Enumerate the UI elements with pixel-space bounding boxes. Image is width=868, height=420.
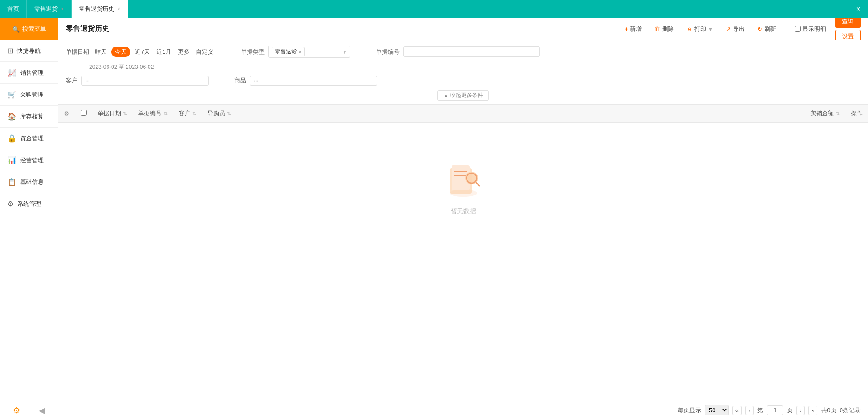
add-button[interactable]: + 新增 bbox=[621, 23, 646, 35]
date-filter-label: 单据日期 bbox=[66, 48, 89, 56]
delete-button[interactable]: 🗑 删除 bbox=[651, 23, 678, 35]
date-last7[interactable]: 近7天 bbox=[133, 47, 152, 57]
sidebar-search[interactable]: 🔍 搜索菜单 bbox=[0, 18, 58, 40]
collapse-button[interactable]: ▲ 收起更多条件 bbox=[437, 90, 489, 101]
type-filter-tag: 零售退货 × bbox=[272, 47, 304, 56]
column-guide: 导购员 ⇅ bbox=[202, 105, 236, 123]
sidebar-item-operations[interactable]: 📊 经营管理 bbox=[0, 149, 58, 171]
tab-retail-return-history-label: 零售退货历史 bbox=[79, 5, 114, 13]
page-size-select[interactable]: 50 100 200 bbox=[705, 405, 729, 415]
select-all-checkbox[interactable] bbox=[81, 110, 87, 116]
settings-bottom-icon[interactable]: ⚙ bbox=[13, 405, 20, 415]
column-date: 单据日期 ⇅ bbox=[92, 105, 133, 123]
filter-row-1: 单据日期 昨天 今天 近7天 近1月 更多 自定义 单据类型 bbox=[66, 46, 861, 58]
print-label: 打印 bbox=[694, 25, 706, 33]
sidebar-item-base-info-label: 基础信息 bbox=[20, 178, 44, 186]
operations-icon: 📊 bbox=[7, 156, 16, 164]
header-actions: + 新增 🗑 删除 🖨 打印 ▼ ↗ 导出 ↻ 刷新 bbox=[621, 18, 861, 43]
inventory-icon: 🏠 bbox=[7, 112, 16, 121]
table-area: ⚙ 单据日期 ⇅ 单据编号 bbox=[58, 105, 868, 400]
number-filter-input[interactable] bbox=[403, 46, 540, 57]
number-filter-label: 单据编号 bbox=[376, 48, 400, 56]
filter-row-2: 客户 ··· 商品 ··· bbox=[66, 76, 861, 86]
print-button[interactable]: 🖨 打印 ▼ bbox=[683, 23, 717, 35]
sidebar-item-base-info[interactable]: 📋 基础信息 bbox=[0, 171, 58, 193]
tab-retail-return-history[interactable]: 零售退货历史 × bbox=[72, 0, 128, 18]
collapse-row: ▲ 收起更多条件 bbox=[66, 90, 861, 101]
amount-sort-arrows[interactable]: ⇅ bbox=[836, 111, 840, 116]
collapse-label: 收起更多条件 bbox=[450, 92, 483, 99]
column-settings: ⚙ bbox=[58, 105, 75, 123]
window-close-button[interactable]: × bbox=[848, 0, 868, 18]
sidebar-item-sales-label: 销售管理 bbox=[20, 69, 44, 77]
page-next-button[interactable]: › bbox=[796, 406, 805, 415]
date-yesterday[interactable]: 昨天 bbox=[93, 47, 108, 57]
column-settings-icon[interactable]: ⚙ bbox=[64, 110, 70, 117]
sidebar-item-system-mgmt[interactable]: ⚙ 系统管理 bbox=[0, 193, 58, 215]
page-prev-button[interactable]: ‹ bbox=[745, 406, 754, 415]
display-toggle[interactable]: 显示明细 bbox=[795, 25, 826, 33]
display-toggle-checkbox[interactable] bbox=[795, 26, 801, 32]
svg-line-8 bbox=[476, 183, 479, 186]
empty-row: 暂无数据 bbox=[58, 123, 868, 252]
tab-home[interactable]: 首页 bbox=[0, 0, 27, 18]
filter-type-item: 单据类型 零售退货 × ▼ bbox=[241, 46, 350, 58]
sidebar: 🔍 搜索菜单 ⊞ 快捷导航 📈 销售管理 🛒 采购管理 🏠 库存核算 🔒 bbox=[0, 18, 58, 420]
sidebar-item-purchase-mgmt[interactable]: 🛒 采购管理 bbox=[0, 84, 58, 106]
page-last-button[interactable]: » bbox=[808, 406, 818, 415]
type-dropdown-arrow[interactable]: ▼ bbox=[342, 49, 348, 55]
empty-text: 暂无数据 bbox=[451, 207, 476, 215]
sidebar-item-finance[interactable]: 🔒 资金管理 bbox=[0, 128, 58, 149]
export-button[interactable]: ↗ 导出 bbox=[722, 23, 748, 35]
guide-sort-arrows[interactable]: ⇅ bbox=[227, 111, 231, 116]
column-date-label: 单据日期 bbox=[98, 109, 121, 118]
filter-date-item: 单据日期 昨天 今天 近7天 近1月 更多 自定义 bbox=[66, 47, 216, 57]
close-retail-return-history-tab[interactable]: × bbox=[117, 6, 120, 12]
sidebar-item-sales-mgmt[interactable]: 📈 销售管理 bbox=[0, 62, 58, 84]
date-more[interactable]: 更多 bbox=[176, 47, 191, 57]
date-custom[interactable]: 自定义 bbox=[194, 47, 216, 57]
type-tag-remove[interactable]: × bbox=[298, 49, 301, 55]
collapse-sidebar-icon[interactable]: ◀ bbox=[39, 405, 45, 415]
number-sort-arrows[interactable]: ⇅ bbox=[164, 111, 168, 116]
customer-sort-arrows[interactable]: ⇅ bbox=[192, 111, 196, 116]
page-first-button[interactable]: « bbox=[732, 406, 742, 415]
goods-filter-select[interactable]: ··· bbox=[250, 76, 377, 86]
table-body: 暂无数据 bbox=[58, 123, 868, 252]
main-layout: 🔍 搜索菜单 ⊞ 快捷导航 📈 销售管理 🛒 采购管理 🏠 库存核算 🔒 bbox=[0, 18, 868, 420]
sidebar-item-operations-label: 经营管理 bbox=[20, 156, 44, 164]
date-range-display: 2023-06-02 至 2023-06-02 bbox=[89, 64, 154, 70]
close-retail-return-tab[interactable]: × bbox=[61, 6, 64, 12]
sidebar-search-label: 搜索菜单 bbox=[22, 25, 46, 33]
delete-icon: 🗑 bbox=[654, 26, 660, 32]
add-icon: + bbox=[625, 26, 628, 32]
sidebar-nav: ⊞ 快捷导航 📈 销售管理 🛒 采购管理 🏠 库存核算 🔒 资金管理 📊 bbox=[0, 40, 58, 400]
tab-spacer bbox=[128, 0, 848, 18]
column-action-label: 操作 bbox=[851, 110, 863, 117]
goods-filter-label: 商品 bbox=[234, 77, 246, 85]
filter-goods-item: 商品 ··· bbox=[234, 76, 377, 86]
column-customer: 客户 ⇅ bbox=[173, 105, 202, 123]
column-amount-label: 实销金额 bbox=[810, 109, 834, 118]
customer-filter-label: 客户 bbox=[66, 77, 77, 85]
column-number-label: 单据编号 bbox=[138, 109, 162, 118]
sidebar-item-finance-label: 资金管理 bbox=[20, 134, 44, 143]
goods-dots: ··· bbox=[254, 77, 258, 84]
customer-filter-select[interactable]: ··· bbox=[81, 76, 209, 86]
sidebar-bottom: ⚙ ◀ bbox=[0, 400, 58, 420]
date-sort-arrows[interactable]: ⇅ bbox=[123, 111, 127, 116]
query-button[interactable]: 查询 bbox=[835, 18, 861, 28]
column-number: 单据编号 ⇅ bbox=[133, 105, 173, 123]
sidebar-item-system-label: 系统管理 bbox=[17, 200, 41, 208]
tab-retail-return[interactable]: 零售退货 × bbox=[27, 0, 72, 18]
date-last-month[interactable]: 近1月 bbox=[154, 47, 173, 57]
sidebar-item-quick-nav[interactable]: ⊞ 快捷导航 bbox=[0, 40, 58, 62]
page-number-input[interactable] bbox=[767, 405, 783, 415]
purchase-icon: 🛒 bbox=[7, 90, 16, 99]
type-tag-value: 零售退货 bbox=[275, 48, 297, 56]
table-head: ⚙ 单据日期 ⇅ 单据编号 bbox=[58, 105, 868, 123]
page-header: 零售退货历史 + 新增 🗑 删除 🖨 打印 ▼ ↗ 导出 bbox=[58, 18, 868, 40]
date-today[interactable]: 今天 bbox=[111, 47, 130, 57]
refresh-button[interactable]: ↻ 刷新 bbox=[754, 23, 780, 35]
sidebar-item-inventory[interactable]: 🏠 库存核算 bbox=[0, 106, 58, 128]
